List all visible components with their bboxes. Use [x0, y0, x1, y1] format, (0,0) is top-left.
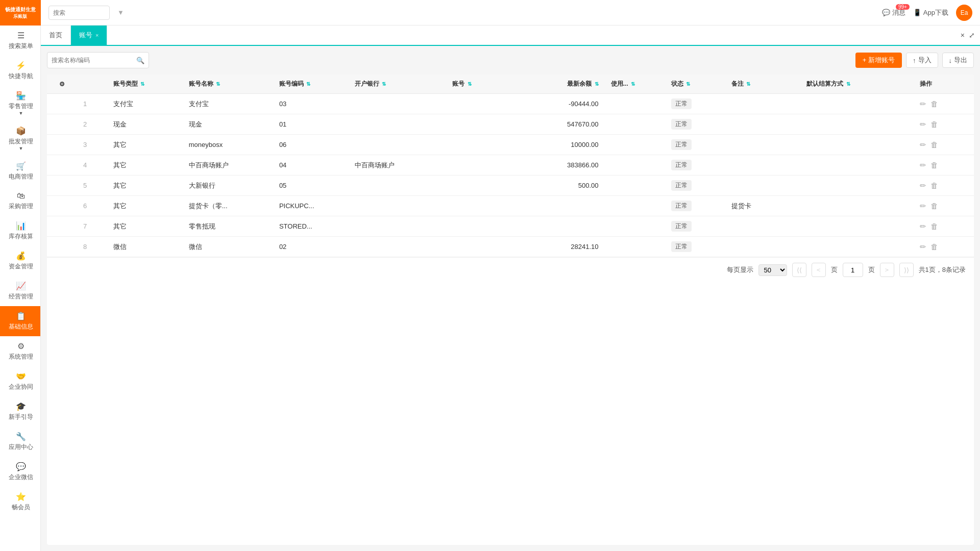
import-button[interactable]: ↑ 导入 — [906, 53, 938, 68]
col-note-header[interactable]: 备注 ⇅ — [725, 74, 801, 94]
col-settings[interactable]: ⚙ — [47, 74, 77, 94]
search-icon[interactable]: 🔍 — [136, 57, 144, 64]
row-balance-3: 383866.00 — [522, 155, 604, 176]
edit-icon-6[interactable]: ✏ — [920, 222, 926, 231]
row-status-0: 正常 — [665, 94, 725, 114]
next-page-button[interactable]: ＞ — [880, 263, 894, 277]
row-balance-5 — [522, 196, 604, 216]
sidebar-item-finance[interactable]: 💰 资金管理 — [0, 246, 40, 276]
sidebar-item-corpwechat[interactable]: 💬 企业微信 — [0, 457, 40, 487]
col-name-header[interactable]: 账号名称 ⇅ — [183, 74, 273, 94]
row-action-6: ✏ 🗑 — [914, 216, 974, 237]
row-bank-0 — [349, 94, 447, 114]
app-download-button[interactable]: 📱 App下载 — [913, 8, 948, 17]
type-sort-icon: ⇅ — [140, 81, 144, 87]
col-bank-header[interactable]: 开户银行 ⇅ — [349, 74, 447, 94]
row-action-1: ✏ 🗑 — [914, 114, 974, 135]
col-status-header[interactable]: 状态 ⇅ — [665, 74, 725, 94]
table-row: 4 其它 中百商场账户 04 中百商场账户 383866.00 正常 ✏ 🗑 — [47, 155, 974, 176]
row-bank-2 — [349, 135, 447, 155]
tab-account[interactable]: 账号 × — [71, 26, 107, 45]
sidebar-item-search[interactable]: ☰ 搜索菜单 — [0, 26, 40, 56]
delete-icon-6[interactable]: 🗑 — [930, 222, 938, 231]
sidebar-item-quicknav[interactable]: ⚡ 快捷导航 — [0, 56, 40, 86]
guide-icon: 🎓 — [16, 402, 26, 411]
col-bank-label: 开户银行 — [355, 80, 379, 87]
delete-icon-0[interactable]: 🗑 — [930, 99, 938, 108]
delete-icon-4[interactable]: 🗑 — [930, 181, 938, 190]
delete-icon-3[interactable]: 🗑 — [930, 161, 938, 169]
row-code-3: 04 — [273, 155, 349, 176]
avatar[interactable]: Ea — [956, 5, 972, 21]
top-search-input[interactable] — [48, 6, 110, 20]
delete-icon-7[interactable]: 🗑 — [930, 242, 938, 251]
row-code-4: 05 — [273, 176, 349, 196]
edit-icon-7[interactable]: ✏ — [920, 242, 926, 252]
edit-icon-4[interactable]: ✏ — [920, 181, 926, 190]
table-row: 8 微信 微信 02 28241.10 正常 ✏ 🗑 — [47, 237, 974, 257]
sidebar-item-wholesale[interactable]: 📦 批发管理 ▼ — [0, 121, 40, 156]
header-expand-icon[interactable]: ▼ — [117, 9, 124, 16]
retail-icon: 🏪 — [16, 91, 26, 101]
col-type-header[interactable]: 账号类型 ⇅ — [107, 74, 183, 94]
col-use-header[interactable]: 使用... ⇅ — [605, 74, 665, 94]
sidebar-item-purchase[interactable]: 🛍 采购管理 — [0, 186, 40, 216]
row-settlement-2 — [800, 135, 913, 155]
row-note-0 — [725, 94, 801, 114]
row-note-7 — [725, 237, 801, 257]
edit-icon-2[interactable]: ✏ — [920, 140, 926, 149]
row-type-5: 其它 — [107, 196, 183, 216]
tab-close-icon[interactable]: × — [95, 32, 99, 38]
sidebar-item-guide-label: 新手引导 — [9, 413, 33, 421]
sidebar-item-member-label: 畅会员 — [12, 503, 30, 512]
edit-icon-3[interactable]: ✏ — [920, 161, 926, 170]
row-action-2: ✏ 🗑 — [914, 135, 974, 155]
delete-icon-5[interactable]: 🗑 — [930, 202, 938, 210]
export-button[interactable]: ↓ 导出 — [942, 53, 974, 68]
tab-maximize-icon[interactable]: ⤢ — [969, 31, 975, 39]
sidebar-item-operation[interactable]: 📈 经营管理 — [0, 276, 40, 306]
sidebar-item-system[interactable]: ⚙ 系统管理 — [0, 336, 40, 366]
row-status-3: 正常 — [665, 155, 725, 176]
message-button[interactable]: 💬 消息 99+ — [882, 8, 905, 17]
sidebar-item-ecommerce[interactable]: 🛒 电商管理 — [0, 156, 40, 186]
sidebar: 畅捷通财生意 乐账版 ☰ 搜索菜单 ⚡ 快捷导航 🏪 零售管理 ▼ 📦 批发管理… — [0, 0, 41, 551]
prev-page-button[interactable]: ＜ — [812, 263, 826, 277]
col-balance-header[interactable]: 最新余额 ⇅ — [522, 74, 604, 94]
delete-icon-1[interactable]: 🗑 — [930, 120, 938, 129]
sidebar-item-member[interactable]: ⭐ 畅会员 — [0, 487, 40, 517]
sidebar-item-collab[interactable]: 🤝 企业协同 — [0, 366, 40, 396]
last-page-button[interactable]: ⟩⟩ — [899, 263, 914, 277]
col-settlement-header[interactable]: 默认结算方式 ⇅ — [800, 74, 913, 94]
page-input[interactable] — [843, 263, 863, 277]
sidebar-item-guide[interactable]: 🎓 新手引导 — [0, 396, 40, 427]
tab-bar: 首页 账号 × × ⤢ — [41, 26, 980, 46]
table-row: 2 现金 现金 01 547670.00 正常 ✏ 🗑 — [47, 114, 974, 135]
delete-icon-2[interactable]: 🗑 — [930, 140, 938, 149]
row-code-0: 03 — [273, 94, 349, 114]
sidebar-item-inventory[interactable]: 📊 库存核算 — [0, 216, 40, 246]
add-account-button[interactable]: + 新增账号 — [855, 53, 902, 68]
edit-icon-1[interactable]: ✏ — [920, 120, 926, 129]
edit-icon-0[interactable]: ✏ — [920, 99, 926, 109]
sidebar-item-basic[interactable]: 📋 基础信息 — [0, 306, 40, 336]
col-account-header[interactable]: 账号 ⇅ — [446, 74, 522, 94]
col-code-header[interactable]: 账号编码 ⇅ — [273, 74, 349, 94]
message-badge: 99+ — [896, 4, 910, 10]
tab-close-window-icon[interactable]: × — [961, 31, 965, 39]
tab-home[interactable]: 首页 — [41, 26, 71, 45]
sidebar-item-retail[interactable]: 🏪 零售管理 ▼ — [0, 86, 40, 121]
first-page-button[interactable]: ⟨⟨ — [792, 263, 806, 277]
row-code-5: PICKUPC... — [273, 196, 349, 216]
row-action-3: ✏ 🗑 — [914, 155, 974, 176]
note-sort-icon: ⇅ — [746, 81, 750, 87]
row-num-5: 6 — [77, 196, 107, 216]
edit-icon-5[interactable]: ✏ — [920, 202, 926, 211]
row-use-2 — [605, 135, 665, 155]
sidebar-item-appcenter[interactable]: 🔧 应用中心 — [0, 427, 40, 457]
row-status-4: 正常 — [665, 176, 725, 196]
per-page-select[interactable]: 50 100 — [758, 264, 787, 276]
search-input[interactable] — [52, 57, 136, 64]
row-settlement-7 — [800, 237, 913, 257]
col-account-label: 账号 — [452, 80, 464, 87]
